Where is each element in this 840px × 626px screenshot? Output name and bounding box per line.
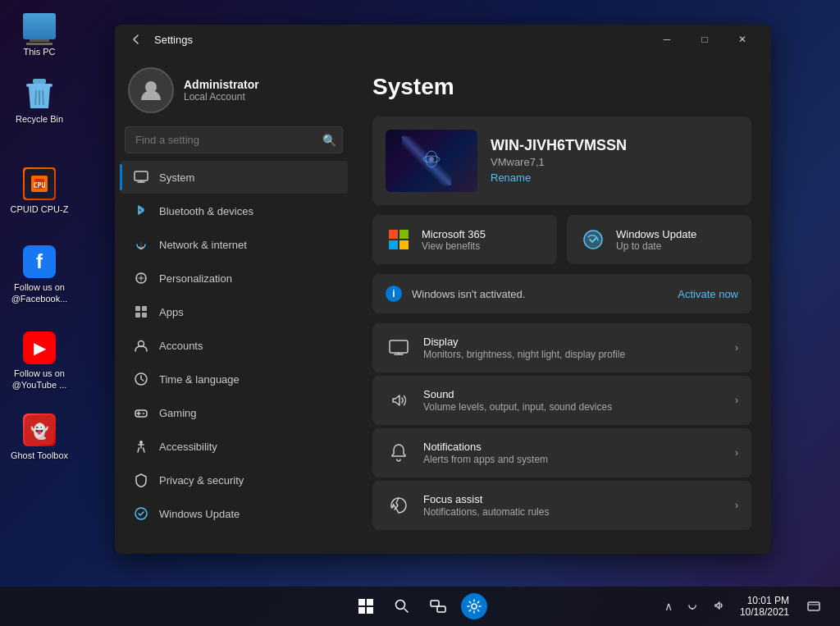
desktop-icon-ghost-toolbox[interactable]: 👻 Ghost Toolbox (7, 410, 72, 464)
sidebar-item-accessibility[interactable]: Accessibility (120, 430, 348, 463)
sidebar-item-bluetooth-label: Bluetooth & devices (159, 205, 335, 217)
taskbar-taskview-button[interactable] (422, 590, 454, 623)
taskbar-settings-button[interactable] (458, 590, 491, 623)
sound-chevron: › (735, 395, 738, 406)
notifications-title: Notifications (423, 441, 724, 453)
microsoft365-icon (386, 226, 412, 253)
settings-window: Settings ─ □ ✕ (115, 25, 771, 554)
setting-focus-assist[interactable]: Focus assist Notifications, automatic ru… (372, 481, 751, 530)
focus-assist-title: Focus assist (423, 493, 724, 505)
display-title: Display (423, 336, 724, 348)
svg-rect-18 (135, 306, 140, 311)
sidebar-item-network[interactable]: Network & internet (120, 228, 348, 261)
taskbar-center (349, 590, 491, 623)
minimize-button[interactable]: ─ (648, 26, 686, 53)
clock-date: 10/18/2021 (740, 606, 789, 618)
desktop-icon-ghost-toolbox-label: Ghost Toolbox (11, 450, 68, 461)
window-controls: ─ □ ✕ (648, 26, 761, 53)
sidebar-item-accounts[interactable]: Accounts (120, 329, 348, 362)
desktop-icon-recycle-bin[interactable]: Recycle Bin (7, 74, 72, 128)
apps-icon (133, 304, 149, 320)
window-title: Settings (154, 34, 648, 46)
sound-title: Sound (423, 388, 724, 400)
svg-rect-12 (135, 171, 148, 180)
display-text: Display Monitors, brightness, night ligh… (423, 336, 724, 360)
sidebar-item-windows-update[interactable]: Windows Update (120, 497, 348, 530)
svg-rect-19 (142, 306, 147, 311)
clock-area[interactable]: 10:01 PM 10/18/2021 (735, 593, 794, 619)
svg-rect-1 (33, 79, 46, 84)
sidebar-item-personalization[interactable]: Personalization (120, 262, 348, 295)
taskbar-search-button[interactable] (386, 590, 418, 623)
desktop-icon-cpuid[interactable]: CPU CPUID CPU-Z (7, 164, 72, 218)
desktop-icon-facebook-label: Follow us on @Facebook... (10, 281, 69, 305)
main-panel: System (353, 54, 771, 554)
sidebar-item-apps[interactable]: Apps (120, 295, 348, 328)
svg-rect-35 (389, 240, 398, 249)
sidebar-item-time-language-label: Time & language (159, 373, 335, 386)
network-icon (133, 236, 149, 253)
desktop-icon-cpuid-label: CPUID CPU-Z (11, 203, 69, 215)
sidebar-item-apps-label: Apps (159, 306, 335, 318)
sidebar-item-time-language[interactable]: Time & language (120, 363, 348, 395)
sidebar-item-system[interactable]: System (120, 161, 348, 194)
svg-text:CPU: CPU (34, 182, 46, 190)
svg-rect-43 (367, 599, 373, 605)
svg-rect-34 (399, 230, 409, 239)
sidebar-item-bluetooth[interactable]: Bluetooth & devices (120, 194, 348, 227)
windows-update-quick-icon (580, 226, 606, 253)
quick-info-microsoft365[interactable]: Microsoft 365 View benefits (372, 215, 557, 264)
accounts-icon (133, 337, 149, 354)
svg-rect-44 (358, 607, 365, 614)
system-hostname: WIN-JIVH6TVMSSN (491, 137, 738, 154)
sidebar-item-gaming[interactable]: Gaming (120, 396, 348, 429)
close-button[interactable]: ✕ (724, 26, 761, 53)
notification-center-button[interactable] (801, 593, 827, 619)
back-button[interactable] (125, 28, 148, 51)
desktop-icon-youtube[interactable]: ▶ Follow us on @YouTube ... (7, 328, 72, 395)
taskbar: ∧ 10:01 PM 10/18/2021 (0, 587, 840, 626)
gaming-icon (133, 404, 149, 421)
microsoft365-title: Microsoft 365 (422, 228, 544, 240)
tray-overflow-button[interactable]: ∧ (661, 596, 676, 616)
desktop-icon-facebook[interactable]: f Follow us on @Facebook... (7, 242, 72, 308)
activation-banner: i Windows isn't activated. Activate now (372, 274, 751, 313)
notifications-desc: Alerts from apps and system (423, 454, 724, 465)
svg-point-27 (143, 413, 144, 414)
setting-notifications[interactable]: Notifications Alerts from apps and syste… (372, 428, 751, 477)
setting-display[interactable]: Display Monitors, brightness, night ligh… (372, 323, 751, 372)
windows-update-quick-sub: Up to date (616, 240, 738, 252)
search-input[interactable] (125, 126, 343, 153)
settings-taskbar-icon (461, 593, 487, 619)
activate-now-link[interactable]: Activate now (678, 288, 738, 300)
accessibility-icon (133, 438, 149, 455)
user-info: Administrator Local Account (184, 78, 340, 103)
desktop-icon-this-pc[interactable]: This PC (7, 7, 72, 61)
maximize-button[interactable]: □ (686, 26, 724, 53)
svg-point-46 (396, 601, 405, 610)
facebook-icon: f (23, 245, 56, 278)
start-button[interactable] (349, 590, 382, 623)
svg-line-2 (35, 90, 36, 105)
sound-text: Sound Volume levels, output, input, soun… (423, 388, 724, 413)
windows-update-quick-text: Windows Update Up to date (616, 228, 738, 252)
svg-rect-48 (437, 606, 445, 612)
svg-rect-0 (26, 84, 52, 87)
window-body: Administrator Local Account 🔍 (115, 54, 771, 554)
display-icon (386, 335, 412, 361)
svg-line-4 (43, 90, 43, 105)
sidebar-item-privacy-security[interactable]: Privacy & security (120, 464, 348, 496)
search-icon[interactable]: 🔍 (322, 134, 336, 147)
sidebar-nav: System Bluetooth & devices (115, 160, 353, 531)
notifications-text: Notifications Alerts from apps and syste… (423, 441, 724, 465)
setting-sound[interactable]: Sound Volume levels, output, input, soun… (372, 376, 751, 425)
sound-tray-icon[interactable] (709, 596, 728, 618)
system-icon (133, 169, 149, 185)
quick-info-windows-update[interactable]: Windows Update Up to date (567, 215, 751, 264)
svg-point-49 (472, 604, 477, 609)
network-tray-icon[interactable] (682, 596, 702, 618)
rename-link[interactable]: Rename (491, 171, 531, 184)
svg-rect-39 (390, 340, 408, 353)
microsoft365-text: Microsoft 365 View benefits (422, 228, 544, 252)
microsoft365-sub[interactable]: View benefits (422, 240, 544, 252)
